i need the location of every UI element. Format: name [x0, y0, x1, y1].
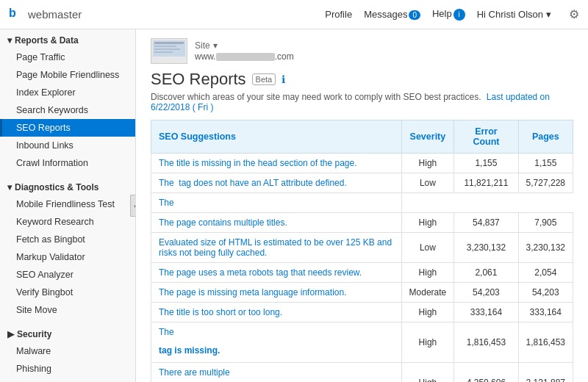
severity-cell: High: [401, 263, 454, 283]
suggestion-link[interactable]: The tag does not have an ALT attribute d…: [159, 178, 347, 188]
help-link[interactable]: Helpi: [432, 8, 465, 21]
severity-cell: High: [401, 322, 454, 363]
col-header-error-count: Error Count: [454, 120, 518, 154]
chevron-down-site-icon: ▾: [213, 40, 218, 51]
table-row: The tag does not have an ALT attribute d…: [151, 173, 573, 193]
pages-cell: 1,155: [518, 154, 573, 173]
table-row: The tag contains additional tags.</a> </…: [151, 193, 573, 213]
subtitle-text: Discover which areas of your site may ne…: [151, 92, 481, 102]
error-count-cell: 2,061: [454, 263, 518, 283]
severity-cell: High: [401, 154, 454, 173]
suggestion-cell: The tag contains additional tags.</a> </…: [151, 193, 402, 213]
logo: b webmaster: [9, 5, 82, 24]
svg-rect-3: [154, 42, 184, 44]
sidebar-item-page-mobile[interactable]: Page Mobile Friendliness: [0, 66, 135, 84]
pages-cell: 5,727,228: [518, 173, 573, 193]
chevron-icon: ▾: [7, 35, 12, 46]
sidebar-group-label-diagnostics: Diagnostics & Tools: [15, 182, 98, 192]
suggestion-cell: There are multiple tags on the page.: [151, 363, 402, 383]
chevron-down-icon: ▾: [546, 9, 551, 20]
page-title-row: SEO Reports Beta ℹ: [151, 70, 573, 89]
suggestion-link[interactable]: The tag contains additional tags.</a> </…: [159, 198, 174, 208]
col-header-severity: Severity: [401, 120, 454, 154]
table-row: The title is too short or too long. High…: [151, 303, 573, 322]
site-url: www..com: [195, 51, 294, 62]
suggestion-link[interactable]: The: [159, 327, 174, 337]
sidebar-item-mobile-friendliness-test[interactable]: Mobile Friendliness Test: [0, 195, 135, 213]
sidebar-item-crawl-information[interactable]: Crawl Information: [0, 154, 135, 172]
sidebar-collapse-button[interactable]: ‹: [130, 195, 136, 217]
error-count-cell: 3,230,132: [454, 233, 518, 263]
table-row: The page contains multiple titles. High …: [151, 213, 573, 233]
pages-cell: 3,230,132: [518, 233, 573, 263]
profile-link[interactable]: Profile: [325, 9, 352, 20]
sidebar-item-seo-analyzer[interactable]: SEO Analyzer: [0, 266, 135, 284]
error-count-cell: 4,350,606: [454, 363, 518, 383]
error-count-cell: 11,821,211: [454, 173, 518, 193]
sidebar-item-keyword-research[interactable]: Keyword Research: [0, 213, 135, 231]
error-count-cell: 333,164: [454, 303, 518, 322]
table-row: Evaluated size of HTML is estimated to b…: [151, 233, 573, 263]
site-thumbnail: [151, 38, 187, 64]
suggestion-link[interactable]: There are multiple: [159, 367, 230, 378]
error-count-cell: 54,837: [454, 213, 518, 233]
suggestion-cell: The page uses a meta robots tag that nee…: [151, 263, 402, 283]
suggestion-cell: The page contains multiple titles.: [151, 213, 402, 233]
suggestion-link[interactable]: The page uses a meta robots tag that nee…: [159, 267, 362, 278]
suggestion-link[interactable]: tag is missing.: [159, 345, 220, 356]
table-header-row: SEO Suggestions Severity Error Count Pag…: [151, 120, 573, 154]
user-menu[interactable]: Hi Christi Olson ▾: [477, 9, 551, 20]
suggestion-link[interactable]: The page contains multiple titles.: [159, 217, 287, 228]
seo-table: SEO Suggestions Severity Error Count Pag…: [151, 120, 573, 382]
pages-cell: 1,816,453: [518, 322, 573, 363]
svg-rect-4: [154, 46, 176, 47]
app-layout: ▾ Reports & Data Page Traffic Page Mobil…: [0, 29, 588, 382]
table-row: There are multiple tags on the page. Hig…: [151, 363, 573, 383]
bing-logo-icon: b: [9, 5, 24, 24]
svg-text:b: b: [9, 7, 16, 19]
sidebar-item-phishing[interactable]: Phishing: [0, 360, 135, 378]
site-label[interactable]: Site ▾: [195, 40, 294, 51]
site-label-text: Site: [195, 40, 210, 51]
sidebar-item-verify-bingbot[interactable]: Verify Bingbot: [0, 284, 135, 301]
suggestion-link[interactable]: The title is missing in the head section…: [159, 158, 357, 168]
severity-cell: High: [401, 213, 454, 233]
suggestion-cell: The tag does not have an ALT attribute d…: [151, 173, 402, 193]
sidebar-item-markup-validator[interactable]: Markup Validator: [0, 248, 135, 266]
page-title: SEO Reports: [151, 70, 246, 89]
pages-cell: 2,054: [518, 263, 573, 283]
pages-cell: 54,203: [518, 283, 573, 303]
chevron-icon-sec: ▶: [7, 329, 14, 339]
sidebar-item-malware[interactable]: Malware: [0, 342, 135, 360]
sidebar-item-page-traffic[interactable]: Page Traffic: [0, 48, 135, 66]
user-name: Hi Christi Olson: [477, 9, 543, 20]
table-row: The page is missing meta language inform…: [151, 283, 573, 303]
sidebar-item-inbound-links[interactable]: Inbound Links: [0, 137, 135, 154]
suggestion-cell: The page is missing meta language inform…: [151, 283, 402, 303]
messages-badge: 0: [409, 10, 420, 20]
sidebar-item-search-keywords[interactable]: Search Keywords: [0, 101, 135, 119]
table-row: The page uses a meta robots tag that nee…: [151, 263, 573, 283]
page-subtitle: Discover which areas of your site may ne…: [151, 92, 573, 112]
suggestion-link[interactable]: Evaluated size of HTML is estimated to b…: [159, 237, 392, 258]
app-title: webmaster: [28, 8, 82, 21]
sidebar-item-fetch-as-bingbot[interactable]: Fetch as Bingbot: [0, 231, 135, 248]
sidebar-item-seo-reports[interactable]: SEO Reports: [0, 119, 135, 137]
suggestion-cell: Evaluated size of HTML is estimated to b…: [151, 233, 402, 263]
messages-link[interactable]: Messages0: [364, 9, 420, 20]
error-count-cell: 1,816,453: [454, 322, 518, 363]
sidebar-group-security[interactable]: ▶ Security: [0, 323, 135, 342]
suggestion-link[interactable]: The page is missing meta language inform…: [159, 287, 346, 298]
help-badge: i: [453, 9, 465, 21]
severity-cell: High: [401, 363, 454, 383]
suggestion-link[interactable]: The title is too short or too long.: [159, 307, 282, 317]
info-icon[interactable]: ℹ: [282, 73, 285, 85]
suggestion-cell: The title is too short or too long.: [151, 303, 402, 322]
header-navigation: Profile Messages0 Helpi Hi Christi Olson…: [325, 7, 579, 21]
sidebar-group-diagnostics[interactable]: ▾ Diagnostics & Tools: [0, 176, 135, 195]
pages-cell: 333,164: [518, 303, 573, 322]
sidebar-item-site-move[interactable]: Site Move: [0, 301, 135, 319]
settings-icon[interactable]: ⚙: [569, 7, 579, 21]
sidebar-item-index-explorer[interactable]: Index Explorer: [0, 84, 135, 101]
sidebar-group-reports-data[interactable]: ▾ Reports & Data: [0, 29, 135, 48]
